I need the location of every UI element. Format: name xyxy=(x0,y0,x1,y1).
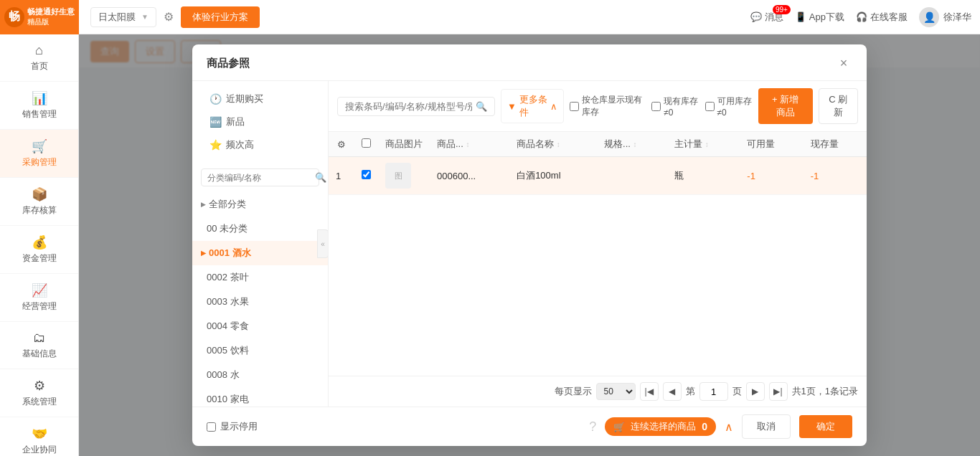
checkbox-available-nonzero[interactable]: 可用库存≠0 xyxy=(705,95,753,118)
store-name: 日太阳膜 xyxy=(98,11,136,24)
system-icon: ⚙ xyxy=(34,378,45,394)
settings-icon[interactable]: ⚙ xyxy=(164,10,174,24)
prev-page-btn[interactable]: ◀ xyxy=(663,382,682,401)
add-product-btn[interactable]: + 新增商品 xyxy=(758,88,813,124)
app-download-btn[interactable]: 📱 App下载 xyxy=(795,11,844,24)
page-suffix: 页 xyxy=(732,385,742,398)
close-btn[interactable]: × xyxy=(835,54,852,72)
table-row[interactable]: 1 图 000600... xyxy=(329,157,867,195)
checkbox-stock-nonzero-input[interactable] xyxy=(651,102,661,111)
th-settings[interactable]: ⚙ xyxy=(329,132,354,157)
filter-btn[interactable]: ▼ 更多条件 ∧ xyxy=(501,89,564,123)
search-icon[interactable]: 🔍 xyxy=(476,101,487,112)
sidebar-label-finance: 资金管理 xyxy=(22,252,57,265)
store-dropdown[interactable]: 日太阳膜 ▼ xyxy=(90,7,156,27)
cart-icon: 🛒 xyxy=(613,422,625,432)
td-image: 图 xyxy=(378,157,430,195)
show-disabled-checkbox[interactable]: 显示停用 xyxy=(207,420,258,433)
inventory-icon: 📦 xyxy=(32,186,47,202)
table-wrap: ⚙ 商品图片 商品... xyxy=(329,132,867,376)
category-search[interactable]: 🔍 xyxy=(201,168,319,186)
page-size-select[interactable]: 50 20 100 xyxy=(596,383,636,400)
sidebar-item-system[interactable]: ⚙ 系统管理 xyxy=(0,369,78,417)
search-input[interactable] xyxy=(345,101,473,112)
logo-icon: 畅 xyxy=(4,7,24,27)
sidebar-label-operations: 经营管理 xyxy=(22,300,57,313)
checkbox-warehouse-input[interactable] xyxy=(570,102,579,111)
next-page-btn[interactable]: ▶ xyxy=(746,382,765,401)
confirm-btn[interactable]: 确定 xyxy=(799,415,852,438)
th-name[interactable]: 商品名称 xyxy=(509,132,597,157)
filter-label: 更多条件 xyxy=(519,93,547,119)
checkbox-available-nonzero-label: 可用库存≠0 xyxy=(717,95,753,118)
checkbox-stock-nonzero[interactable]: 现有库存≠0 xyxy=(651,95,699,118)
page-size-label: 每页显示 xyxy=(555,385,592,398)
category-item-0008[interactable]: 0008 水 xyxy=(192,363,328,387)
home-icon: ⌂ xyxy=(35,43,43,58)
quick-item-frequent[interactable]: ⭐ 频次高 xyxy=(201,134,319,156)
checkbox-warehouse[interactable]: 按仓库显示现有库存 xyxy=(570,94,646,118)
select-all-checkbox[interactable] xyxy=(362,138,371,148)
right-toolbar: 🔍 ▼ 更多条件 ∧ 按仓库显示现有库存 xyxy=(329,81,867,132)
filter-icon: ▼ xyxy=(507,101,517,112)
page-input[interactable] xyxy=(699,382,728,401)
first-page-btn[interactable]: |◀ xyxy=(640,382,659,401)
logo: 畅 畅捷通好生意 精品版 xyxy=(0,0,79,34)
user-menu[interactable]: 👤 徐泽华 xyxy=(919,7,971,27)
th-checkbox[interactable] xyxy=(354,132,378,157)
checkbox-warehouse-label: 按仓库显示现有库存 xyxy=(582,94,646,118)
cancel-btn[interactable]: 取消 xyxy=(742,414,791,439)
sidebar-item-collab[interactable]: 🤝 企业协同 xyxy=(0,417,78,456)
sidebar-item-purchase[interactable]: 🛒 采购管理 xyxy=(0,130,78,178)
headset-icon: 🎧 xyxy=(856,11,867,22)
logo-line1: 畅捷通好生意 xyxy=(27,6,75,16)
collapse-panel-btn[interactable]: « xyxy=(317,229,329,258)
modal-overlay: 商品参照 × 🕐 近期购买 xyxy=(79,34,980,456)
th-code[interactable]: 商品... xyxy=(430,132,509,157)
sidebar-item-operations[interactable]: 📈 经营管理 xyxy=(0,274,78,322)
category-item-0002[interactable]: 0002 茶叶 xyxy=(192,265,328,290)
collab-icon: 🤝 xyxy=(32,426,47,442)
show-disabled-input[interactable] xyxy=(207,422,216,432)
th-stock: 现存量 xyxy=(804,132,867,157)
td-spec xyxy=(597,157,667,195)
category-item-0004[interactable]: 0004 零食 xyxy=(192,314,328,338)
app-download-label: App下载 xyxy=(809,11,844,24)
category-item-0010[interactable]: 0010 家电 xyxy=(192,387,328,407)
collapse-chevron-icon[interactable]: ∧ xyxy=(725,420,733,434)
messages-btn[interactable]: 💬 消息 99 xyxy=(750,11,783,24)
sidebar-item-home[interactable]: ⌂ 首页 xyxy=(0,34,78,82)
modal-title: 商品参照 xyxy=(207,57,250,70)
sidebar-item-sales[interactable]: 📊 销售管理 xyxy=(0,82,78,130)
sidebar-item-inventory[interactable]: 📦 库存核算 xyxy=(0,178,78,226)
help-icon[interactable]: ? xyxy=(589,419,596,434)
page-label: 第 xyxy=(686,385,695,398)
checkbox-available-nonzero-input[interactable] xyxy=(705,102,715,111)
quick-item-recent[interactable]: 🕐 近期购买 xyxy=(201,88,319,110)
last-page-btn[interactable]: ▶| xyxy=(769,382,788,401)
category-item-0005[interactable]: 0005 饮料 xyxy=(192,338,328,363)
show-disabled-label: 显示停用 xyxy=(220,420,258,433)
search-wrap[interactable]: 🔍 xyxy=(337,97,495,116)
row-checkbox[interactable] xyxy=(362,170,371,179)
th-spec[interactable]: 规格... xyxy=(597,132,667,157)
th-unit[interactable]: 主计量 xyxy=(667,132,740,157)
td-checkbox[interactable] xyxy=(354,157,378,195)
sidebar-item-basic-info[interactable]: 🗂 基础信息 xyxy=(0,322,78,369)
sidebar-item-finance[interactable]: 💰 资金管理 xyxy=(0,226,78,274)
quick-item-new[interactable]: 🆕 新品 xyxy=(201,111,319,133)
category-item-00[interactable]: 00 未分类 xyxy=(192,217,328,241)
category-item-0001[interactable]: 0001 酒水 xyxy=(192,241,328,265)
category-search-input[interactable] xyxy=(207,173,315,183)
category-item-all[interactable]: ▶ 全部分类 xyxy=(192,192,328,217)
left-panel: 🕐 近期购买 🆕 新品 ⭐ 频次高 xyxy=(192,81,329,407)
online-service-btn[interactable]: 🎧 在线客服 xyxy=(856,11,908,24)
modal-header: 商品参照 × xyxy=(192,44,867,81)
category-item-0003[interactable]: 0003 水果 xyxy=(192,290,328,314)
refresh-btn[interactable]: C 刷新 xyxy=(819,88,858,124)
trial-btn[interactable]: 体验行业方案 xyxy=(181,6,260,28)
th-available: 可用量 xyxy=(740,132,803,157)
finance-icon: 💰 xyxy=(32,234,47,250)
avatar: 👤 xyxy=(919,7,939,27)
logo-line2: 精品版 xyxy=(27,17,75,27)
